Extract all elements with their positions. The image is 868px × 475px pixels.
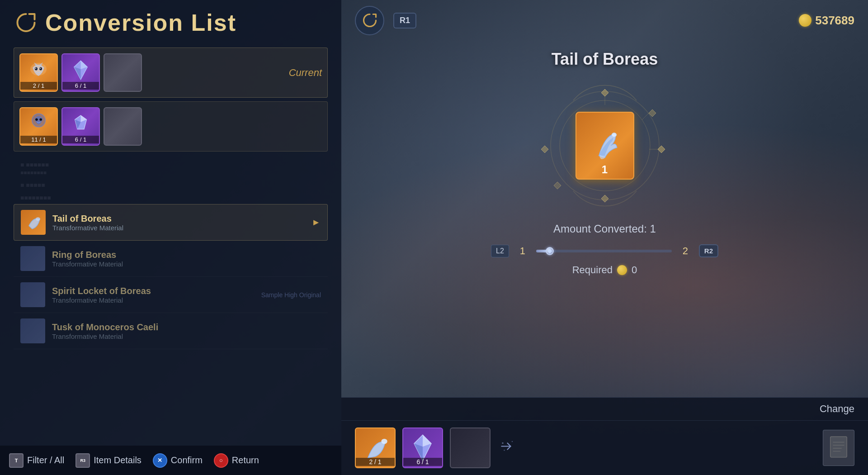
return-label: Return [232, 455, 259, 466]
return-button[interactable]: ○ Return [214, 453, 259, 468]
item-details-label: Item Details [94, 455, 142, 466]
slider-min-val: 1 [516, 245, 529, 257]
filter-label: Filter / All [27, 455, 64, 466]
list-item-tail-boreas[interactable]: Tail of Boreas Transformative Material ► [14, 204, 328, 241]
list-item-ring-boreas[interactable]: Ring of Boreas Transformative Material [14, 241, 328, 277]
svg-marker-22 [554, 182, 561, 189]
tab1-count: 2 / 1 [20, 82, 57, 90]
conv-item-2-count: 6 / 1 [403, 458, 442, 466]
list-area: ■ ■■■■■■ ■■■■■■■■ ■ ■■■■■ ■■■■■■■■ Tail … [14, 158, 328, 349]
list-item-icon-tail [21, 210, 46, 235]
item-details-button[interactable]: R3 Item Details [75, 453, 142, 468]
currency-display: 537689 [799, 14, 854, 28]
tabs-row2: 11 / 1 6 / 1 [14, 101, 328, 152]
svg-point-4 [40, 68, 41, 69]
svg-point-28 [381, 439, 387, 444]
tabs-row1-inner: 2 / 1 6 / 1 Current [19, 53, 322, 92]
svg-point-10 [39, 118, 42, 121]
list-item-sub-tail: Transformative Material [52, 224, 305, 232]
item-display-title: Tail of Boreas [552, 50, 658, 69]
conversion-items-row: 2 / 1 6 / 1 [341, 421, 868, 475]
list-item-tusk[interactable]: Tusk of Monoceros Caeli Transformative M… [14, 313, 328, 349]
list-item-name-ring: Ring of Boreas [52, 250, 321, 260]
list-item-sub-ring: Transformative Material [52, 260, 321, 268]
nav-icon[interactable] [355, 6, 384, 35]
confirm-button[interactable]: ✕ Confirm [153, 453, 203, 468]
svg-rect-35 [830, 437, 847, 457]
tab-item-2[interactable]: 6 / 1 [61, 53, 100, 92]
conv-item-1[interactable]: 2 / 1 [355, 428, 396, 468]
svg-point-26 [612, 133, 617, 137]
section-dim-3: ■■■■■■■■ [14, 191, 328, 204]
svg-line-25 [642, 113, 649, 120]
change-button[interactable]: Change [820, 403, 854, 414]
filter-button[interactable]: T Filter / All [9, 453, 64, 468]
amount-label: Amount Converted: 1 [359, 223, 850, 235]
required-amount: 0 [632, 264, 637, 276]
list-item-right-spirit: Sample High Original [261, 291, 321, 299]
r1-badge[interactable]: R1 [393, 13, 416, 28]
item-card-count: 1 [602, 163, 608, 176]
tab-item-6[interactable] [104, 107, 142, 146]
list-item-arrow-tail: ► [311, 217, 321, 228]
change-bar: Change [341, 398, 868, 421]
svg-marker-27 [547, 248, 552, 253]
conv-item-2[interactable]: 6 / 1 [402, 428, 443, 468]
tab-item-4[interactable]: 11 / 1 [19, 107, 58, 146]
required-row: Required 0 [359, 264, 850, 276]
current-label: Current [289, 67, 322, 79]
list-item-text-ring: Ring of Boreas Transformative Material [52, 250, 321, 268]
slider-thumb [546, 247, 554, 255]
conversion-arrow [500, 438, 515, 457]
conversion-area: Change 2 / 1 6 / 1 [341, 397, 868, 475]
list-item-icon-tusk [20, 318, 45, 343]
list-item-spirit-locket[interactable]: Spirit Locket of Boreas Transformative M… [14, 277, 328, 313]
conv-item-1-count: 2 / 1 [356, 458, 395, 466]
confirm-label: Confirm [171, 455, 203, 466]
r2-badge[interactable]: R2 [699, 244, 718, 257]
svg-point-32 [502, 442, 504, 444]
bottom-bar: T Filter / All R3 Item Details ✕ Confirm… [0, 446, 341, 475]
svg-marker-19 [601, 195, 609, 202]
list-item-name-spirit: Spirit Locket of Boreas [52, 286, 255, 296]
left-panel: Conversion List 2 / 1 [0, 0, 341, 475]
svg-point-9 [35, 118, 38, 121]
required-label: Required [572, 264, 613, 276]
conv-item-3[interactable] [450, 428, 491, 468]
list-item-text-tail: Tail of Boreas Transformative Material [52, 214, 305, 232]
svg-marker-17 [601, 89, 609, 96]
list-item-icon-ring [20, 246, 45, 271]
item-card-large: 1 [576, 112, 634, 180]
right-header: R1 537689 [341, 0, 868, 41]
tab-item-1[interactable]: 2 / 1 [19, 53, 58, 92]
required-coin-icon [617, 265, 627, 275]
tab-item-3[interactable] [104, 53, 142, 92]
slider-row: L2 1 2 R2 [359, 244, 850, 257]
section-dim-2: ■ ■■■■■ [14, 179, 328, 191]
list-item-name-tusk: Tusk of Monoceros Caeli [52, 322, 321, 332]
amount-section: Amount Converted: 1 L2 1 2 R2 Required [341, 223, 868, 276]
list-item-text-spirit: Spirit Locket of Boreas Transformative M… [52, 286, 255, 304]
filter-icon: T [9, 453, 24, 468]
list-item-text-tusk: Tusk of Monoceros Caeli Transformative M… [52, 322, 321, 340]
svg-point-1 [35, 67, 38, 71]
tab5-count: 6 / 1 [62, 136, 99, 143]
svg-point-2 [39, 67, 42, 71]
tab4-count: 11 / 1 [20, 136, 57, 143]
item-showcase: 1 [537, 82, 673, 209]
right-panel: R1 537689 Tail of Boreas [341, 0, 868, 475]
list-item-name-tail: Tail of Boreas [52, 214, 305, 224]
section-dim-1: ■ ■■■■■■ ■■■■■■■■ [14, 158, 328, 179]
refresh-icon [14, 10, 38, 35]
item-details-icon: R3 [75, 453, 90, 468]
list-item-sub-tusk: Transformative Material [52, 332, 321, 340]
tab-item-5[interactable]: 6 / 1 [61, 107, 100, 146]
svg-point-14 [36, 217, 40, 221]
slider-track[interactable] [536, 250, 672, 252]
tabs-row2-inner: 11 / 1 6 / 1 [19, 107, 322, 146]
list-item-sub-spirit: Transformative Material [52, 296, 255, 304]
doc-icon[interactable] [823, 430, 854, 466]
svg-marker-20 [541, 146, 548, 153]
slider-max-val: 2 [679, 245, 692, 257]
page-title: Conversion List [45, 9, 236, 36]
